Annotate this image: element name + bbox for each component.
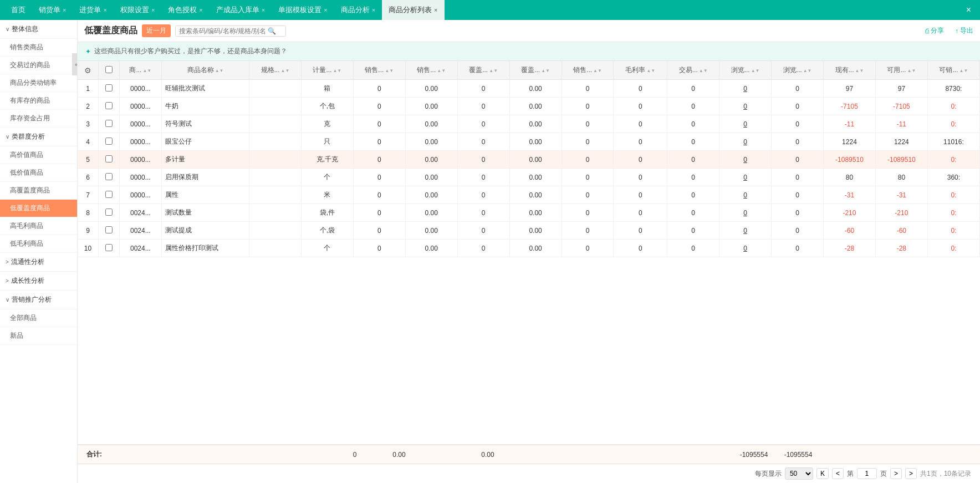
first-page-button[interactable]: K [816, 468, 829, 479]
nav-product-warehouse-close[interactable]: × [262, 7, 265, 13]
row-checkbox[interactable] [98, 186, 119, 204]
sidebar-section-overall[interactable]: ∨ 整体信息 [0, 20, 77, 39]
col-spec[interactable]: 规格...▲▼ [249, 61, 301, 80]
col-browse2[interactable]: 浏览...▲▼ [772, 61, 824, 80]
nav-product-warehouse[interactable]: 产成品入库单 × [210, 0, 272, 20]
sidebar-collapse-button[interactable]: « [72, 53, 78, 75]
time-filter-button[interactable]: 近一月 [142, 24, 171, 37]
col-browse1[interactable]: 浏览...▲▼ [719, 61, 772, 80]
nav-purchase-order-close[interactable]: × [103, 7, 106, 13]
share-button[interactable]: ⎙ 分享 [925, 26, 944, 35]
main-layout: « ∨ 整体信息 销售类商品 交易过的商品 商品分类动销率 有库存的商品 库存资… [0, 20, 980, 483]
row-browse1[interactable]: 0 [719, 186, 772, 204]
prev-page-button[interactable]: < [832, 468, 844, 479]
row-checkbox[interactable] [98, 98, 119, 115]
row-checkbox[interactable] [98, 240, 119, 257]
col-available[interactable]: 可用...▲▼ [875, 61, 927, 80]
sidebar-item-low-margin[interactable]: 低毛利商品 [0, 235, 77, 253]
col-trade[interactable]: 交易...▲▼ [667, 61, 719, 80]
col-current[interactable]: 现有...▲▼ [824, 61, 876, 80]
search-input[interactable] [179, 27, 268, 35]
per-page-select[interactable]: 50 10 20 100 [785, 467, 813, 480]
nav-permission[interactable]: 权限设置 × [114, 0, 161, 20]
row-sales-amt: 0.00 [405, 133, 457, 151]
sidebar-section-growth[interactable]: > 成长性分析 [0, 272, 77, 291]
col-sales2[interactable]: 销售...▲▼ [562, 61, 614, 80]
sidebar-item-high-coverage[interactable]: 高覆盖度商品 [0, 182, 77, 200]
row-browse1[interactable]: 0 [719, 133, 772, 151]
content-area: 低覆盖度商品 近一月 🔍 ⎙ 分享 ↑ 导出 ✦ 这些商品只有很少客户购买过，是… [78, 20, 980, 483]
row-browse1[interactable]: 0 [719, 80, 772, 98]
col-gross-rate[interactable]: 毛利率▲▼ [614, 61, 667, 80]
row-browse1[interactable]: 0 [719, 98, 772, 115]
row-cover2: 0.00 [509, 133, 562, 151]
row-browse1[interactable]: 0 [719, 204, 772, 222]
sidebar-item-category-turnover[interactable]: 商品分类动销率 [0, 74, 77, 92]
pagination-bar: 每页显示 50 10 20 100 K < 第 页 > > 共1页，10条记录 [78, 464, 980, 483]
row-browse1[interactable]: 0 [719, 115, 772, 133]
col-unit[interactable]: 计量...▲▼ [301, 61, 353, 80]
table-row: 10 0024... 属性价格打印测试 个 0 0.00 0 0.00 0 0 … [78, 240, 980, 257]
col-sales-amt[interactable]: 销售...▲▼ [405, 61, 457, 80]
col-sales-qty[interactable]: 销售...▲▼ [353, 61, 405, 80]
last-page-button[interactable]: > [905, 468, 917, 479]
col-settings[interactable]: ⚙ [78, 61, 98, 80]
nav-product-analysis-list-close[interactable]: × [434, 7, 437, 13]
select-all-checkbox[interactable] [105, 66, 113, 73]
row-sellable: 0: [927, 98, 979, 115]
sidebar-item-traded-goods[interactable]: 交易过的商品 [0, 57, 77, 74]
sidebar-section-cluster[interactable]: ∨ 类群度分析 [0, 128, 77, 146]
sidebar-item-all-goods[interactable]: 全部商品 [0, 309, 77, 327]
row-browse1[interactable]: 0 [719, 169, 772, 186]
row-sales2: 0 [562, 115, 614, 133]
nav-role-auth-close[interactable]: × [199, 7, 202, 13]
sidebar-item-low-value[interactable]: 低价值商品 [0, 164, 77, 182]
nav-product-analysis-list[interactable]: 商品分析列表 × [382, 0, 444, 20]
nav-template-settings[interactable]: 单据模板设置 × [272, 0, 334, 20]
sidebar-item-new-goods[interactable]: 新品 [0, 327, 77, 345]
row-checkbox[interactable] [98, 204, 119, 222]
row-code: 0000... [119, 186, 162, 204]
row-checkbox[interactable] [98, 80, 119, 98]
table-header-row: ⚙ 商...▲▼ 商品名称▲▼ 规格...▲▼ 计量...▲▼ 销售...▲▼ … [78, 61, 980, 80]
row-checkbox[interactable] [98, 169, 119, 186]
col-sellable[interactable]: 可销...▲▼ [927, 61, 979, 80]
row-checkbox[interactable] [98, 222, 119, 240]
nav-role-auth[interactable]: 角色授权 × [161, 0, 209, 20]
nav-permission-close[interactable]: × [151, 7, 155, 13]
page-number-input[interactable] [857, 468, 877, 479]
row-browse1[interactable]: 0 [719, 240, 772, 257]
row-browse1[interactable]: 0 [719, 222, 772, 240]
settings-icon[interactable]: ⚙ [84, 66, 91, 75]
nav-home[interactable]: 首页 [4, 0, 32, 20]
table-row: 8 0024... 测试数量 袋,件 0 0.00 0 0.00 0 0 0 0… [78, 204, 980, 222]
sidebar-section-liquidity[interactable]: > 流通性分析 [0, 253, 77, 272]
sidebar-section-marketing[interactable]: ∨ 营销推广分析 [0, 291, 77, 309]
export-button[interactable]: ↑ 导出 [955, 26, 973, 35]
nav-template-settings-close[interactable]: × [324, 7, 327, 13]
sidebar-item-capital-occupation[interactable]: 库存资金占用 [0, 110, 77, 128]
row-checkbox[interactable] [98, 133, 119, 151]
sidebar-item-in-stock[interactable]: 有库存的商品 [0, 92, 77, 110]
col-cover2[interactable]: 覆盖...▲▼ [509, 61, 562, 80]
sidebar-item-sales-goods[interactable]: 销售类商品 [0, 39, 77, 57]
row-cover1: 0 [457, 204, 509, 222]
row-browse1[interactable]: 0 [719, 151, 772, 169]
nav-product-analysis[interactable]: 商品分析 × [334, 0, 382, 20]
row-checkbox[interactable] [98, 151, 119, 169]
window-close-button[interactable]: × [962, 5, 976, 15]
col-code[interactable]: 商...▲▼ [119, 61, 162, 80]
nav-product-analysis-close[interactable]: × [372, 7, 375, 13]
row-available: -1089510 [875, 151, 927, 169]
sidebar-item-high-margin[interactable]: 高毛利商品 [0, 217, 77, 235]
nav-sales-order[interactable]: 销货单 × [32, 0, 73, 20]
next-page-button[interactable]: > [890, 468, 902, 479]
sidebar-item-low-coverage[interactable]: 低覆盖度商品 [0, 200, 77, 217]
nav-purchase-order[interactable]: 进货单 × [73, 0, 113, 20]
nav-sales-order-close[interactable]: × [63, 7, 66, 13]
col-name[interactable]: 商品名称▲▼ [162, 61, 249, 80]
row-checkbox[interactable] [98, 115, 119, 133]
row-code: 0000... [119, 98, 162, 115]
sidebar-item-high-value[interactable]: 高价值商品 [0, 146, 77, 164]
col-cover1[interactable]: 覆盖...▲▼ [457, 61, 509, 80]
